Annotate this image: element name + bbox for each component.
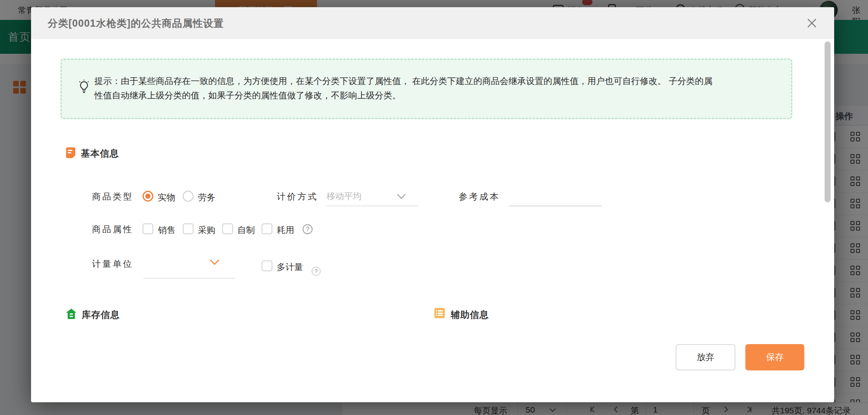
modal-scrollbar[interactable]	[825, 41, 831, 202]
checkbox-multi-unit[interactable]	[262, 260, 272, 271]
save-button[interactable]: 保存	[745, 344, 804, 370]
pricing-method-value: 移动平均	[326, 190, 362, 202]
checkbox-selfmade-label[interactable]: 自制	[237, 224, 255, 236]
checkbox-sale[interactable]	[143, 223, 153, 234]
checkbox-consume-label[interactable]: 耗用	[277, 224, 294, 236]
tip-line-1: 提示：由于某些商品存在一致的信息，为方便使用，在某个分类下设置了属性值， 在此分…	[94, 74, 779, 88]
product-attr-label: 商品属性	[92, 223, 133, 235]
multi-unit-help-icon[interactable]: ?	[312, 267, 321, 276]
attribute-settings-dialog: 分类[0001水枪类]的公共商品属性设置 提示：由于某些商品存在一致的信息，为方…	[31, 7, 834, 402]
aux-info-icon	[434, 308, 445, 318]
screen: 常青贸易公司 我要体验一下 消息 App下载 在线客服 ? 帮助中心 张阳 首页	[0, 0, 868, 415]
radio-physical-label[interactable]: 实物	[158, 192, 175, 204]
radio-physical[interactable]	[143, 191, 153, 202]
reference-cost-label: 参考成本	[459, 191, 500, 203]
tip-box: 提示：由于某些商品存在一致的信息，为方便使用，在某个分类下设置了属性值， 在此分…	[61, 59, 792, 119]
checkbox-purchase[interactable]	[183, 223, 194, 234]
section-aux-info: 辅助信息	[451, 309, 489, 321]
pricing-method-label: 计价方式	[277, 191, 318, 203]
tip-line-2: 性值自动继承上级分类的值，如果子分类的属性值做了修改，不影响上级分类。	[94, 88, 779, 103]
attr-help-icon[interactable]: ?	[303, 224, 313, 234]
section-basic-info: 基本信息	[81, 147, 119, 160]
pricing-method-select[interactable]: 移动平均	[326, 184, 418, 206]
checkbox-sale-label[interactable]: 销售	[158, 224, 176, 236]
unit-label: 计量单位	[92, 258, 133, 270]
close-icon[interactable]	[806, 18, 817, 29]
checkbox-multi-unit-label[interactable]: 多计量	[277, 261, 303, 273]
unit-select[interactable]	[143, 256, 235, 279]
checkbox-purchase-label[interactable]: 采购	[198, 224, 215, 236]
dialog-header: 分类[0001水枪类]的公共商品属性设置	[31, 7, 834, 39]
radio-service-label[interactable]: 劳务	[198, 192, 215, 204]
stock-info-icon	[65, 308, 77, 320]
section-stock-info: 库存信息	[82, 309, 120, 321]
checkbox-selfmade[interactable]	[222, 223, 233, 234]
basic-info-icon	[66, 147, 75, 158]
checkbox-consume[interactable]	[262, 223, 272, 234]
reference-cost-input[interactable]	[509, 184, 602, 206]
product-type-label: 商品类型	[92, 191, 133, 203]
dialog-title: 分类[0001水枪类]的公共商品属性设置	[48, 17, 224, 30]
chevron-down-icon	[209, 259, 220, 265]
lightbulb-icon	[78, 80, 90, 94]
chevron-down-icon	[397, 194, 406, 199]
radio-service[interactable]	[183, 191, 194, 202]
tip-text: 提示：由于某些商品存在一致的信息，为方便使用，在某个分类下设置了属性值， 在此分…	[94, 74, 779, 103]
cancel-button[interactable]: 放弃	[676, 344, 735, 370]
